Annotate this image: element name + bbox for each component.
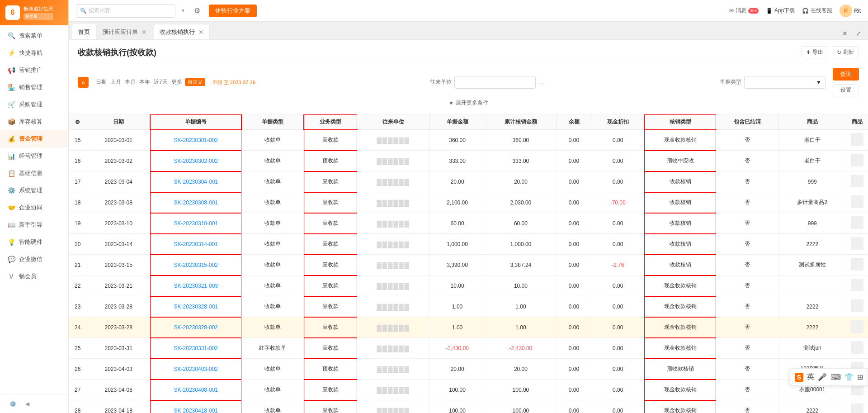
row-bill-no[interactable]: SK-20230301-002 xyxy=(150,130,241,151)
sidebar-item-basic-info[interactable]: 📋 基础信息 xyxy=(0,165,68,182)
col-cash-discount[interactable]: 现金折扣 xyxy=(591,114,645,130)
filter-collapse-button[interactable]: » xyxy=(78,77,89,88)
row-bill-no[interactable]: SK-20230331-002 xyxy=(150,338,241,359)
gear-icon[interactable]: ⚙ xyxy=(75,119,80,125)
export-button[interactable]: ⬆ 导出 xyxy=(801,46,828,58)
sidebar: 6 畅康道好生意 标推版 🔍 搜索菜单 ⚡ 快捷导航 📢 营销推广 🏪 销售管理… xyxy=(0,0,69,413)
s-icon[interactable]: S xyxy=(795,373,803,382)
tab-receipt-verification[interactable]: 收款核销执行 ✕ xyxy=(154,24,210,39)
row-amount: 60.00 xyxy=(429,213,485,234)
sidebar-item-enterprise[interactable]: 🤝 企业协同 xyxy=(0,199,68,216)
sidebar-item-finance[interactable]: 💰 资金管理 xyxy=(0,130,68,147)
user-avatar[interactable]: R Rit xyxy=(840,5,861,17)
col-bill-type[interactable]: 单据类型 xyxy=(241,114,304,130)
floating-widget: S 英 🎤 ⌨ 👕 ⊞ xyxy=(790,368,868,386)
sidebar-item-label: 营销推广 xyxy=(19,66,42,74)
table-row: 212023-03-15SK-20230315-002收款单应收款▓▓▓▓▓▓3… xyxy=(69,255,868,275)
english-icon[interactable]: 英 xyxy=(807,372,814,382)
col-bill-no[interactable]: 单据编号 xyxy=(150,114,241,130)
sidebar-item-wxwork[interactable]: 💬 企业微信 xyxy=(0,251,68,268)
custom-date-button[interactable]: 自定义 xyxy=(185,78,205,86)
sidebar-item-vip[interactable]: V 畅会员 xyxy=(0,268,68,285)
shirt-icon[interactable]: 👕 xyxy=(844,373,854,381)
row-bill-no[interactable]: SK-20230308-001 xyxy=(150,192,241,213)
row-bill-no[interactable]: SK-20230418-001 xyxy=(150,400,241,413)
collapse-icon[interactable]: ◀ xyxy=(22,399,33,409)
row-bill-no[interactable]: SK-20230304-001 xyxy=(150,171,241,192)
col-goods2[interactable]: 商品 xyxy=(846,114,868,130)
col-balance[interactable]: 余额 xyxy=(557,114,591,130)
sidebar-item-quicknav[interactable]: ⚡ 快捷导航 xyxy=(0,44,68,62)
sidebar-item-operations[interactable]: 📊 经营管理 xyxy=(0,147,68,165)
close-window-button[interactable]: ✕ xyxy=(839,28,851,39)
sidebar-item-inventory[interactable]: 📦 库存核算 xyxy=(0,113,68,130)
row-bill-no[interactable]: SK-20230408-001 xyxy=(150,380,241,400)
industry-solution-button[interactable]: 体验行业方案 xyxy=(209,5,257,17)
bill-type-select[interactable]: ▼ xyxy=(744,76,826,89)
search-icon: 🔍 xyxy=(80,8,87,14)
row-bill-no[interactable]: SK-20230328-001 xyxy=(150,296,241,317)
col-cancel-type[interactable]: 核销类型 xyxy=(644,114,716,130)
sidebar-item-system[interactable]: ⚙️ 系统管理 xyxy=(0,182,68,199)
keyboard-icon[interactable]: ⌨ xyxy=(830,373,841,381)
sidebar-item-purchase[interactable]: 🛒 采购管理 xyxy=(0,96,68,113)
row-bill-no[interactable]: SK-20230310-001 xyxy=(150,213,241,234)
col-goods[interactable]: 商品 xyxy=(778,114,846,130)
row-cash-discount: 0.00 xyxy=(591,130,645,151)
row-bill-no[interactable]: SK-20230302-002 xyxy=(150,151,241,171)
row-bill-no[interactable]: SK-20230328-002 xyxy=(150,317,241,338)
tab-close-icon[interactable]: ✕ xyxy=(142,28,147,36)
settings-icon[interactable]: ⚙️ xyxy=(7,399,18,409)
col-included[interactable]: 包含已结清 xyxy=(716,114,778,130)
col-checkbox[interactable]: ⚙ xyxy=(69,114,87,130)
row-goods-img xyxy=(846,151,868,171)
topbar-search[interactable]: 🔍 搜索内容 xyxy=(76,4,175,18)
this-month-link[interactable]: 本月 xyxy=(124,78,137,86)
tab-pre-payments[interactable]: 预计应应付单 ✕ xyxy=(97,24,153,39)
row-included: 否 xyxy=(716,213,778,234)
tab-close-icon[interactable]: ✕ xyxy=(198,28,204,36)
row-total-cancel: 3,387.24 xyxy=(485,255,557,275)
app-download-button[interactable]: 📱 App下载 xyxy=(766,7,795,14)
sidebar-item-search[interactable]: 🔍 搜索菜单 xyxy=(0,27,68,44)
messages-button[interactable]: ✉ 消息 99+ xyxy=(729,7,759,14)
row-bill-type: 收款单 xyxy=(241,380,304,400)
expand-conditions-button[interactable]: ▼ 展开更多条件 xyxy=(78,96,859,109)
col-amount[interactable]: 单据金额 xyxy=(429,114,485,130)
sidebar-item-guide[interactable]: 📖 新手引导 xyxy=(0,216,68,233)
mic-icon[interactable]: 🎤 xyxy=(818,373,827,381)
row-bill-no[interactable]: SK-20230403-002 xyxy=(150,359,241,380)
tab-home[interactable]: 首页 xyxy=(72,24,96,39)
sidebar-item-hardware[interactable]: 💡 智能硬件 xyxy=(0,233,68,251)
row-included: 否 xyxy=(716,234,778,255)
col-date[interactable]: 日期 xyxy=(87,114,150,130)
sidebar-item-marketing[interactable]: 📢 营销推广 xyxy=(0,62,68,79)
col-biz-type[interactable]: 业务类型 xyxy=(304,114,357,130)
this-year-link[interactable]: 本年 xyxy=(138,78,151,86)
online-service-button[interactable]: 🎧 在线客服 xyxy=(802,7,832,14)
row-amount: 10.00 xyxy=(429,275,485,296)
row-cash-discount: 0.00 xyxy=(591,275,645,296)
row-bill-no[interactable]: SK-20230321-003 xyxy=(150,275,241,296)
refresh-button[interactable]: ↻ 刷新 xyxy=(832,46,859,58)
sidebar-item-sales[interactable]: 🏪 销售管理 xyxy=(0,79,68,96)
more-dates-link[interactable]: 更多 xyxy=(170,78,183,86)
query-button[interactable]: 查询 xyxy=(833,68,859,81)
maximize-window-button[interactable]: ⤢ xyxy=(853,28,864,39)
filter-setting-button[interactable]: 设置 xyxy=(833,84,859,96)
col-partner[interactable]: 往来单位 xyxy=(357,114,430,130)
data-table-container: ⚙ 日期 单据编号 单据类型 业务类型 往来单位 单据金额 累计核销金额 余额 … xyxy=(69,114,868,413)
topbar-gear-icon[interactable]: ⚙ xyxy=(191,5,203,17)
topbar-dropdown-icon[interactable]: ▼ xyxy=(181,8,185,13)
row-bill-no[interactable]: SK-20230315-002 xyxy=(150,255,241,275)
partner-input[interactable] xyxy=(454,76,536,89)
col-total-cancel[interactable]: 累计核销金额 xyxy=(485,114,557,130)
grid-icon[interactable]: ⊞ xyxy=(857,373,863,381)
row-goods: 多计量商品2 xyxy=(778,192,846,213)
row-bill-no[interactable]: SK-20230314-001 xyxy=(150,234,241,255)
last-month-link[interactable]: 上月 xyxy=(109,78,122,86)
sidebar-item-label: 系统管理 xyxy=(19,186,42,195)
last-7-days-link[interactable]: 近7天 xyxy=(153,78,169,86)
row-balance: 0.00 xyxy=(557,338,591,359)
row-cash-discount: 0.00 xyxy=(591,151,645,171)
